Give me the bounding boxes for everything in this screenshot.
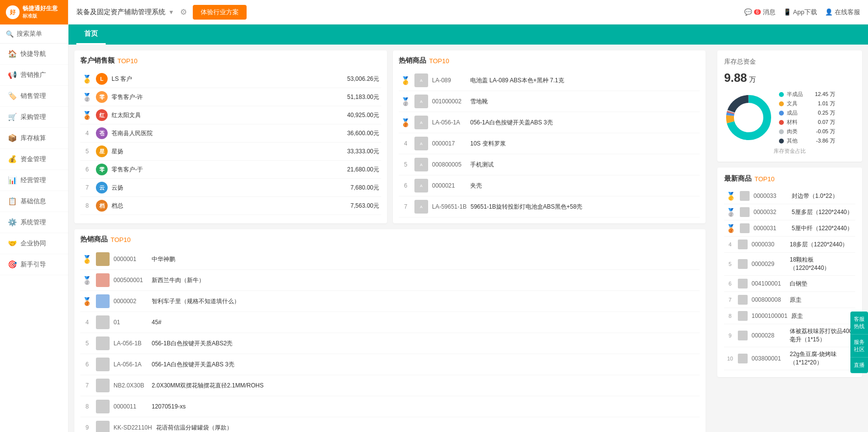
- legend-value-1: 12.45 万: [806, 91, 835, 98]
- nav-tabs: 首页: [69, 24, 868, 45]
- rank-row-8: 8 档 档总 7,563.00元: [80, 197, 381, 215]
- float-btn-community[interactable]: 服务社区: [850, 335, 868, 358]
- hr-product-row-4: 4 A 0000017 10S 变料罗浆: [399, 133, 700, 154]
- search-menu-label: 搜索菜单: [17, 29, 42, 38]
- product-img-5: [96, 336, 110, 350]
- rank-1-name: LS 客户: [112, 75, 343, 83]
- hr-rank-7: 7: [401, 203, 411, 210]
- sidebar-item-system[interactable]: ⚙️ 系统管理: [0, 212, 68, 233]
- legend-label-3: 成品: [787, 109, 803, 117]
- lp-name-3: 5厘中纤（1220*2440）: [792, 224, 853, 233]
- logo-icon: 好: [6, 5, 20, 19]
- lp-name-4: 18多层（1220*2440）: [790, 240, 853, 249]
- inventory-card: 库存总资金 9.88 万: [717, 50, 862, 162]
- float-btn-direct[interactable]: 直播: [850, 358, 868, 373]
- topbar-dropdown-icon[interactable]: ▼: [168, 9, 174, 16]
- sidebar-item-purchase[interactable]: 🛒 采购管理: [0, 107, 68, 128]
- lp-icon-2: [740, 207, 750, 217]
- service-icon: 👤: [825, 8, 833, 16]
- rank-2-avatar: 零: [96, 91, 108, 103]
- logo-sub: 标准版: [23, 13, 58, 20]
- search-menu[interactable]: 🔍 搜索菜单: [0, 24, 68, 44]
- legend-value-4: 0.07 万: [806, 119, 835, 126]
- customer-ranking-title: 客户销售额: [80, 56, 114, 65]
- legend-item-6: 其他 -3.86 万: [779, 137, 835, 144]
- topbar-online-service[interactable]: 👤 在线客服: [825, 8, 860, 17]
- lp-name-6: 白钢垫: [790, 280, 853, 288]
- system-title-text: 装备及固定资产辅助管理系统: [76, 8, 165, 17]
- sidebar-item-collab[interactable]: 🤝 企业协同: [0, 233, 68, 254]
- rank-7-num: 7: [82, 184, 92, 191]
- inventory-footer: 库存资金占比: [724, 147, 855, 155]
- lp-name-10: 22g鱼豆腐-烧烤味（1*12*20）: [790, 350, 853, 367]
- sidebar-item-quicknav[interactable]: 🏠 快捷导航: [0, 44, 68, 65]
- sidebar-item-finance[interactable]: 💰 资金管理: [0, 149, 68, 170]
- hot-products-top10: TOP10: [111, 236, 131, 243]
- topbar-gear-icon[interactable]: ⚙: [180, 7, 187, 17]
- lp-icon-8: [738, 311, 748, 321]
- hr-product-code-2: 001000002: [432, 98, 466, 105]
- lp-name-2: 5厘多层（1220*2440）: [792, 208, 853, 216]
- rank-5-num: 5: [82, 148, 92, 155]
- rank-8-value: 7,563.00元: [350, 202, 379, 210]
- trial-btn[interactable]: 体验行业方案: [193, 5, 247, 20]
- product-name-1: 中华神鹏: [152, 255, 698, 264]
- latest-products-title-row: 最新商品 TOP10: [724, 174, 855, 183]
- product-code-3: 0000002: [114, 298, 148, 305]
- sidebar-item-marketing[interactable]: 📢 营销推广: [0, 65, 68, 86]
- float-btn-service[interactable]: 客服热线: [850, 312, 868, 335]
- hr-product-img-4: A: [414, 137, 428, 150]
- sidebar-item-sales[interactable]: 🏷️ 销售管理: [0, 86, 68, 107]
- rank-row-4: 4 苍 苍南县人民医院 36,600.00元: [80, 124, 381, 143]
- hr-rank-5: 5: [401, 161, 411, 168]
- hr-product-img-6: A: [414, 179, 428, 192]
- topbar-messages[interactable]: 💬 6 消息: [744, 8, 776, 17]
- legend-item-5: 肉类 -0.05 万: [779, 128, 835, 135]
- latest-products-title: 最新商品: [724, 174, 752, 183]
- product-name-6: 056-1A白色按键开关盖ABS 3壳: [152, 360, 698, 369]
- hr-product-img-3: A: [414, 116, 428, 129]
- sidebar-item-basic-label: 基础信息: [21, 197, 46, 206]
- sidebar-item-purchase-label: 采购管理: [21, 113, 46, 121]
- sidebar-item-quicknav-label: 快捷导航: [21, 49, 46, 58]
- hot-products-right-title-row: 热销商品 TOP10: [399, 56, 700, 65]
- rank-4-avatar: 苍: [96, 127, 108, 139]
- sidebar-item-guide[interactable]: 🎯 新手引导: [0, 254, 68, 275]
- product-row-8: 8 0000011 12070519-xs: [80, 396, 700, 417]
- lp-icon-5: [738, 259, 748, 269]
- product-name-4: 45#: [152, 319, 698, 326]
- product-rank-4: 4: [82, 319, 92, 326]
- tab-home[interactable]: 首页: [76, 24, 106, 45]
- sidebar-item-operations[interactable]: 📊 经营管理: [0, 170, 68, 191]
- product-medal-1: 🥇: [82, 255, 92, 264]
- rank-3-avatar: 红: [96, 109, 108, 121]
- inventory-unit: 万: [749, 75, 756, 84]
- hr-product-code-6: 0000021: [432, 182, 466, 189]
- customer-ranking-title-row: 客户销售额 TOP10: [80, 56, 381, 65]
- product-row-4: 4 01 45#: [80, 312, 700, 333]
- topbar-app-download[interactable]: 📱 App下载: [783, 8, 817, 17]
- rank-row-6: 6 零 零售客户-于 21,680.00元: [80, 161, 381, 179]
- sales-icon: 🏷️: [8, 92, 17, 100]
- lp-code-7: 000800008: [752, 296, 786, 303]
- product-row-9: 9 KK-SD22110H 花语荷信温分罐罐袋（厚款）: [80, 417, 700, 432]
- product-name-9: 花语荷信温分罐罐袋（厚款）: [156, 424, 698, 432]
- lp-code-8: 10000100001: [752, 312, 787, 319]
- product-code-8: 0000011: [114, 403, 148, 410]
- hr-product-img-5: A: [414, 158, 428, 171]
- lp-code-2: 0000032: [754, 209, 788, 216]
- lp-icon-4: [738, 240, 748, 249]
- sidebar-item-inventory[interactable]: 📦 库存核算: [0, 128, 68, 149]
- lp-icon-9: [738, 331, 748, 340]
- lp-row-5: 5 0000029 18颗粒板（1220*2440）: [724, 253, 855, 276]
- rank-2-medal: 🥈: [82, 93, 92, 102]
- product-img-6: [96, 358, 110, 371]
- sidebar-item-marketing-label: 营销推广: [21, 71, 46, 79]
- lp-medal-2: 🥈: [726, 208, 736, 217]
- lp-icon-3: [740, 223, 750, 233]
- sidebar-item-basic[interactable]: 📋 基础信息: [0, 191, 68, 212]
- rank-8-avatar: 档: [96, 200, 108, 212]
- guide-icon: 🎯: [8, 260, 17, 269]
- product-name-2: 新西兰牛肉（新牛）: [152, 276, 698, 285]
- lp-num-8: 8: [726, 313, 734, 319]
